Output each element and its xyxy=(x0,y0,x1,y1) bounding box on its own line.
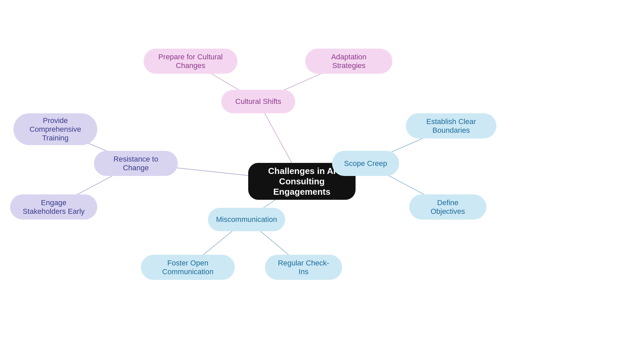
cultural-shifts-node[interactable]: Cultural Shifts xyxy=(221,90,295,113)
boundaries-label: Establish Clear Boundaries xyxy=(417,117,486,135)
establish-boundaries-node[interactable]: Establish Clear Boundaries xyxy=(406,113,496,138)
objectives-label: Define Objectives xyxy=(420,198,476,216)
resistance-label: Resistance to Change xyxy=(105,155,167,172)
scope-creep-label: Scope Creep xyxy=(344,159,387,168)
resistance-to-change-node[interactable]: Resistance to Change xyxy=(94,151,178,176)
foster-communication-node[interactable]: Foster Open Communication xyxy=(141,255,235,280)
prepare-cultural-label: Prepare for Cultural Changes xyxy=(154,53,227,70)
engage-stakeholders-node[interactable]: Engage Stakeholders Early xyxy=(10,194,97,220)
cultural-shifts-label: Cultural Shifts xyxy=(235,97,281,106)
center-label: Challenges in AI Consulting Engagements xyxy=(259,166,345,197)
foster-label: Foster Open Communication xyxy=(152,259,224,276)
scope-creep-node[interactable]: Scope Creep xyxy=(332,151,399,176)
miscommunication-label: Miscommunication xyxy=(216,215,277,224)
regular-checkins-node[interactable]: Regular Check-Ins xyxy=(265,255,342,280)
define-objectives-node[interactable]: Define Objectives xyxy=(409,194,486,220)
training-label: Provide Comprehensive Training xyxy=(24,116,87,142)
miscommunication-node[interactable]: Miscommunication xyxy=(208,208,285,231)
adaptation-strategies-node[interactable]: Adaptation Strategies xyxy=(305,49,392,74)
prepare-cultural-changes-node[interactable]: Prepare for Cultural Changes xyxy=(144,49,237,74)
stakeholders-label: Engage Stakeholders Early xyxy=(21,198,87,216)
adaptation-label: Adaptation Strategies xyxy=(316,53,382,70)
checkins-label: Regular Check-Ins xyxy=(276,259,331,276)
comprehensive-training-node[interactable]: Provide Comprehensive Training xyxy=(13,113,97,145)
